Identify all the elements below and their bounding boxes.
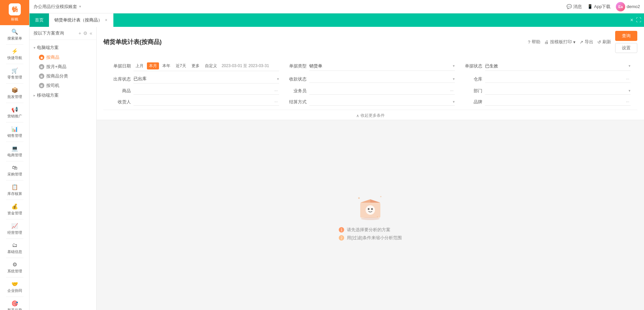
child-label-0-1: 按月+商品 [46,64,66,70]
tab-active[interactable]: 销货单统计表（按商品） × [49,13,113,27]
left-panel: 按以下方案查询 + ⚙ « ▾ 电脑端方案 ◉按商品▦按月+商品▦按商品分类▦按… [30,27,97,310]
date-tab-3[interactable]: 近7天 [174,62,188,69]
tree-child-0-2[interactable]: ▦按商品分类 [30,71,96,81]
payment-method-chevron: ▾ [453,100,455,104]
status-value: 已生效 [485,63,629,69]
export-label: 导出 [585,39,593,45]
tree-group-0[interactable]: ▾ 电脑端方案 [30,43,96,53]
industry-name[interactable]: 办公用品行业模拟账套 [34,4,77,10]
sidebar-item-1[interactable]: ⚡ 快捷导航 [6,45,23,64]
type-control[interactable]: 销货单 ▾ [309,62,455,71]
warehouse-status-label: 出库状态 [110,76,133,82]
warehouse-dots[interactable]: ··· [625,76,631,81]
filter-dept: 部门 ▾ [462,87,631,95]
tab-close-icon[interactable]: × [104,18,108,22]
sidebar-icon-7: 🛍 [12,165,17,171]
sidebar-icon-6: 💻 [11,145,18,152]
dept-label: 部门 [462,88,485,94]
sidebar-item-11[interactable]: 🗂 基础信息 [6,239,23,258]
add-scheme-icon[interactable]: + [78,31,81,36]
sidebar-item-8[interactable]: 📋 库存核算 [6,180,23,200]
payment-status-label: 收款状态 [286,76,309,82]
date-tab-0[interactable]: 上月 [133,62,146,69]
tab-home[interactable]: 首页 [30,13,49,27]
page-header-top: 销货单统计表(按商品) ? 帮助 🖨 按模板打印 ▾ ↗ [103,31,637,53]
sidebar-item-2[interactable]: 🛒 零售管理 [6,64,23,84]
sidebar-item-4[interactable]: 📢 营销推广 [6,103,23,122]
date-tab-1[interactable]: 本月 [147,62,159,69]
app-download-label: App下载 [594,4,610,10]
payment-method-control[interactable]: ▾ [309,98,455,106]
sidebar-item-6[interactable]: 💻 电商管理 [6,142,23,161]
tab-maximize-icon[interactable]: ⛶ [636,17,641,23]
date-tab-4[interactable]: 更多 [190,62,202,69]
phone-icon: 📱 [587,4,593,9]
warehouse-status-chevron: ▾ [277,77,279,81]
message-nav-item[interactable]: 💬 消息 [567,4,582,10]
payment-status-control[interactable]: ▾ [309,75,455,83]
date-tab-5[interactable]: 自定义 [203,62,219,69]
refresh-action[interactable]: ↺ 刷新 [597,39,611,45]
collapse-button[interactable]: ∧ 收起更多条件 [356,113,385,118]
filter-warehouse-status: 出库状态 已出库 ▾ [110,74,279,84]
goods-control[interactable]: ··· [133,87,279,95]
tree-child-0-1[interactable]: ▦按月+商品 [30,62,96,71]
date-tab-2[interactable]: 本年 [160,62,172,69]
tab-minimize-icon[interactable]: × [630,17,633,23]
print-icon: 🖨 [544,40,549,45]
sidebar-icon-0: 🔍 [11,29,18,35]
tree-group-1[interactable]: ▸ 移动端方案 [30,90,96,100]
staff-label: 业务员 [286,88,309,94]
app-download-nav-item[interactable]: 📱 App下载 [587,4,610,10]
page-header: 销货单统计表(按商品) ? 帮助 🖨 按模板打印 ▾ ↗ [97,27,644,120]
query-button[interactable]: 查询 [615,31,637,41]
status-control[interactable]: 已生效 ▾ [485,62,631,71]
brand-control[interactable]: ··· [485,98,631,106]
warehouse-control[interactable]: ··· [485,75,631,83]
sidebar-icon-8: 📋 [11,184,18,190]
sidebar-item-5[interactable]: 📊 销售管理 [6,122,23,142]
recipient-control[interactable]: ··· [133,98,279,106]
svg-text:✦: ✦ [358,196,360,200]
user-nav-item[interactable]: Ea demo2 [616,2,640,11]
tree-section: ▾ 电脑端方案 ◉按商品▦按月+商品▦按商品分类▦按司机 ▸ 移动端方案 [30,40,96,103]
staff-control[interactable]: ··· [309,87,455,95]
goods-dots[interactable]: ··· [273,88,279,93]
sidebar: 畅 标账 🔍 搜索菜单 ⚡ 快捷导航 🛒 零售管理 📦 批发管理 📢 营销推广 … [0,0,30,310]
warehouse-status-control[interactable]: 已出库 ▾ [133,74,279,84]
help-action[interactable]: ? 帮助 [528,39,540,45]
sidebar-item-9[interactable]: 💰 资金管理 [6,200,23,219]
tab-home-label: 首页 [35,17,44,23]
sidebar-label-3: 批发管理 [7,94,22,99]
print-action[interactable]: 🖨 按模板打印 ▾ [544,39,576,45]
brand-dots[interactable]: ··· [625,99,631,104]
status-chevron: ▾ [629,64,631,68]
export-action[interactable]: ↗ 导出 [580,39,593,45]
filter-row-3: 商品 ··· 业务员 ··· [110,87,631,95]
sidebar-logo[interactable]: 畅 标账 [0,0,30,25]
sidebar-icon-13: 🤝 [11,281,18,287]
sidebar-item-13[interactable]: 🤝 企业协同 [6,277,23,297]
sidebar-item-14[interactable]: 🎯 新手引导 [6,297,23,310]
right-content: 销货单统计表(按商品) ? 帮助 🖨 按模板打印 ▾ ↗ [97,27,644,310]
sidebar-label-4: 营销推广 [7,114,22,119]
sidebar-label-14: 新手引导 [7,308,22,310]
page-actions: ? 帮助 🖨 按模板打印 ▾ ↗ 导出 ↺ [528,31,637,53]
sidebar-item-12[interactable]: ⚙ 系统管理 [6,258,23,277]
sidebar-icon-2: 🛒 [11,67,18,74]
recipient-dots[interactable]: ··· [273,99,279,104]
sidebar-item-0[interactable]: 🔍 搜索菜单 [6,25,23,45]
sidebar-item-7[interactable]: 🛍 采购管理 [6,161,23,180]
sidebar-item-3[interactable]: 📦 批发管理 [6,84,23,103]
sidebar-item-10[interactable]: 📈 经营管理 [6,219,23,239]
settings-button[interactable]: 设置 [615,43,637,53]
settings-scheme-icon[interactable]: ⚙ [83,31,88,36]
filter-staff: 业务员 ··· [286,87,455,95]
tree-child-0-3[interactable]: ▦按司机 [30,81,96,90]
dept-control[interactable]: ▾ [485,87,631,95]
collapse-panel-icon[interactable]: « [90,31,92,36]
staff-dots[interactable]: ··· [449,88,455,93]
tree-child-0-0[interactable]: ◉按商品 [30,53,96,62]
tree-group-chevron-1: ▸ [34,93,36,98]
export-icon: ↗ [580,40,583,45]
